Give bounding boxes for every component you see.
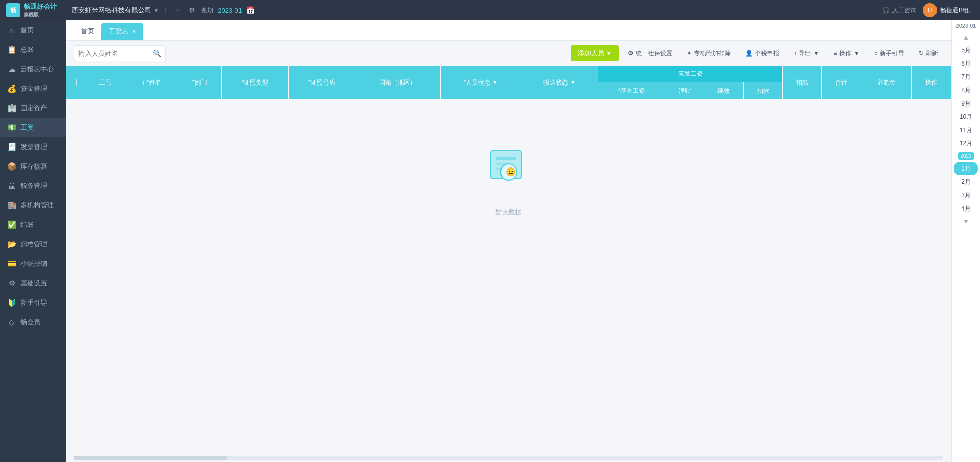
sidebar-item-settings[interactable]: ⚙ 基础设置 [0,274,66,293]
month-item-6[interactable]: 6月 [952,57,980,70]
sidebar-item-home[interactable]: ⌂ 首页 [0,20,66,40]
month-item-1[interactable]: 1月 [954,162,978,175]
salary-icon: 💵 [7,123,16,132]
personal-tax-icon: 👤 [745,50,753,57]
sidebar-item-invoice[interactable]: 🧾 发票管理 [0,137,66,157]
th-base-salary: *基本工资 [598,82,665,99]
sort-icon: ↕ [142,79,145,86]
select-all-checkbox[interactable] [70,79,77,86]
th-number: 工号 [86,66,125,99]
th-id-num: *证照号码 [288,66,355,99]
service-button[interactable]: 🎧 人工咨询 [882,6,917,15]
empty-text: 暂无数据 [495,207,522,217]
month-item-9[interactable]: 9月 [952,97,980,110]
personal-tax-button[interactable]: 👤 个税申报 [740,45,785,61]
export-dropdown-icon: ▼ [813,50,819,57]
export-icon: ↑ [794,50,797,57]
topbar-right: 🎧 人工咨询 U 畅捷通B组... [882,3,974,17]
refresh-button[interactable]: ↻ 刷新 [913,45,943,61]
main-layout: ⌂ 首页 📋 总账 ☁ 云报表中心 💰 资金管理 🏢 固定资产 💵 工资 🧾 发… [0,20,980,462]
th-id-type: *证照类型 [222,66,288,99]
table-wrapper: 工号 ↕ *姓名 *部门 *证照类型 *证照号码 国籍（地区） *人员状态 ▼ … [66,66,951,454]
empty-state: 😐 暂无数据 [66,99,951,258]
member-icon: ◇ [7,318,16,327]
month-item-4[interactable]: 4月 [952,202,980,215]
user-button[interactable]: U 畅捷通B组... [923,3,974,17]
calendar-icon[interactable]: 📅 [246,6,255,14]
empty-icon: 😐 [483,140,534,201]
logo-icon: 畅 [6,3,20,17]
settings-icon[interactable]: ⚙ [187,5,197,15]
sidebar-item-inventory[interactable]: 📦 库存核算 [0,157,66,176]
special-deduct-button[interactable]: ✦ 专项附加扣除 [682,45,736,61]
report-status-filter-icon: ▼ [570,79,576,86]
toolbar: 🔍 添加人员 ▼ ⚙ 统一社保设置 ✦ 专项附加扣除 👤 个税申报 ↑ 导出 [66,41,951,66]
add-person-button[interactable]: 添加人员 ▼ [571,45,619,61]
search-input[interactable] [78,50,149,57]
table-header-row1: 工号 ↕ *姓名 *部门 *证照类型 *证照号码 国籍（地区） *人员状态 ▼ … [66,66,951,82]
month-item-12[interactable]: 12月 [952,137,980,150]
tabs-bar: 首页 工资表 ✕ [66,20,951,41]
add-company-button[interactable]: + [172,5,183,15]
assets-icon: 🏢 [7,103,16,113]
th-pension: 养老金 [861,66,912,99]
search-field[interactable]: 🔍 [74,45,166,61]
month-item-8[interactable]: 8月 [952,83,980,97]
month-item-5[interactable]: 5月 [952,44,980,57]
social-settings-icon: ⚙ [628,50,634,57]
scroll-thumb[interactable] [74,456,227,460]
sidebar-item-archive[interactable]: 📂 归档管理 [0,235,66,254]
year-next-button[interactable]: ▼ [952,215,980,227]
multi-icon: 🏬 [7,201,16,210]
th-checkbox[interactable] [66,66,86,99]
refresh-icon: ↻ [919,50,924,57]
guide-button[interactable]: ○ 新手引导 [869,45,909,61]
sidebar-item-ledger[interactable]: 📋 总账 [0,40,66,59]
scroll-bar-area [66,454,951,462]
sidebar-item-member[interactable]: ◇ 畅会员 [0,312,66,332]
sidebar-item-funds[interactable]: 💰 资金管理 [0,79,66,98]
month-item-3[interactable]: 3月 [952,188,980,202]
sidebar: ⌂ 首页 📋 总账 ☁ 云报表中心 💰 资金管理 🏢 固定资产 💵 工资 🧾 发… [0,20,66,462]
th-person-status[interactable]: *人员状态 ▼ [440,66,521,99]
month-item-10[interactable]: 10月 [952,110,980,123]
add-person-dropdown-icon: ▼ [606,51,612,56]
basic-settings-icon: ⚙ [7,279,16,288]
month-item-11[interactable]: 11月 [952,123,980,137]
th-total: 合计 [822,66,861,99]
user-name: 畅捷通B组... [940,6,974,15]
guide-circle-icon: ○ [874,50,878,57]
export-button[interactable]: ↑ 导出 ▼ [789,45,824,61]
tab-close-icon[interactable]: ✕ [132,28,136,35]
salary-table: 工号 ↕ *姓名 *部门 *证照类型 *证照号码 国籍（地区） *人员状态 ▼ … [66,66,951,99]
search-icon[interactable]: 🔍 [153,49,161,57]
period-label: 账期 [201,6,213,15]
sidebar-item-cloud[interactable]: ☁ 云报表中心 [0,59,66,79]
sidebar-item-tax[interactable]: 🏛 税务管理 [0,176,66,196]
year-prev-button[interactable]: ▲ [952,31,980,44]
operations-button[interactable]: ≡ 操作 ▼ [829,45,865,61]
tab-home[interactable]: 首页 [74,23,101,40]
social-settings-button[interactable]: ⚙ 统一社保设置 [623,45,678,61]
th-action: 操作 [912,66,951,99]
sidebar-item-assets[interactable]: 🏢 固定资产 [0,98,66,118]
month-item-2[interactable]: 2月 [952,175,980,188]
sidebar-item-multi[interactable]: 🏬 多机构管理 [0,196,66,215]
svg-text:😐: 😐 [506,167,516,177]
th-name[interactable]: ↕ *姓名 [125,66,178,99]
month-item-7[interactable]: 7月 [952,70,980,83]
sidebar-item-settle[interactable]: ✅ 结账 [0,215,66,235]
sidebar-item-salary[interactable]: 💵 工资 [0,118,66,137]
logo-area: 畅 畅通好会计 旗舰版 [6,2,68,18]
company-dropdown-icon: ▼ [154,8,159,13]
sidebar-item-guide[interactable]: 🔰 新手引导 [0,293,66,312]
expense-icon: 💳 [7,259,16,268]
ledger-icon: 📋 [7,45,16,54]
tab-salary[interactable]: 工资表 ✕ [101,23,143,40]
th-region: 国籍（地区） [355,66,440,99]
sidebar-item-expense[interactable]: 💳 小畅报销 [0,254,66,274]
company-selector[interactable]: 西安虾米网络科技有限公司 ▼ [72,6,159,15]
avatar: U [923,3,937,17]
th-report-status[interactable]: 报送状态 ▼ [521,66,598,99]
scroll-track[interactable] [74,456,943,460]
